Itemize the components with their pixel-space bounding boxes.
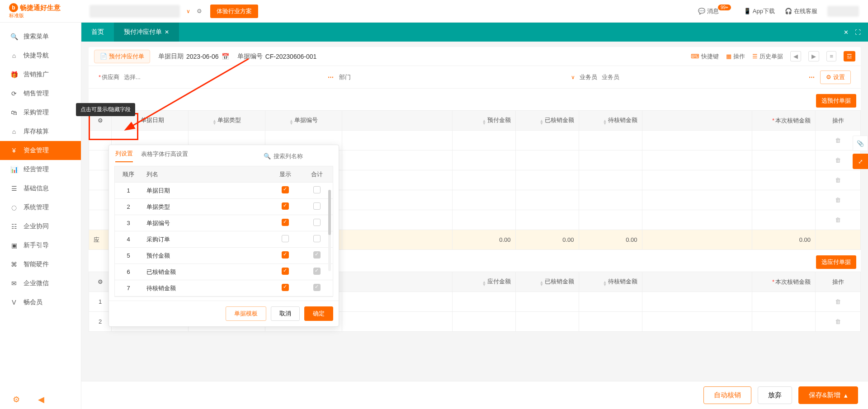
trash-icon[interactable]: 🗑 [835,298,841,305]
popup-tab-columns[interactable]: 列设置 [115,150,133,162]
sidebar-collapse-icon[interactable]: ◀ [38,395,44,404]
sidebar-item[interactable]: 🛍采购管理 [0,103,81,122]
experience-button[interactable]: 体验行业方案 [210,5,258,18]
org-selector-blurred[interactable] [90,5,180,18]
popup-tab-font[interactable]: 表格字体行高设置 [141,150,188,162]
show-checkbox[interactable] [282,186,289,193]
tab-current[interactable]: 预付冲应付单✕ [114,23,179,42]
sidebar-item[interactable]: V畅会员 [0,293,81,312]
save-new-button[interactable]: 保存&新增▴ [798,386,858,404]
trash-icon[interactable]: 🗑 [835,197,841,203]
popup-column-row[interactable]: 3单据编号 [115,215,333,231]
user-avatar-blurred[interactable] [827,6,859,17]
tab-home[interactable]: 首页 [81,23,114,42]
sum-checkbox[interactable] [313,186,321,193]
operate-link[interactable]: ▦操作 [726,52,745,61]
popup-search[interactable]: 🔍 [264,153,332,160]
doc-type-tab[interactable]: 📄预付冲应付单 [94,50,150,63]
salesperson-input[interactable] [602,74,804,80]
sum-checkbox[interactable] [313,235,321,242]
trash-icon[interactable]: 🗑 [835,177,841,183]
supplier-more-icon[interactable]: ⋯ [328,74,335,80]
show-checkbox[interactable] [282,268,289,275]
sidebar-item[interactable]: ▣新手引导 [0,236,81,255]
history-prev-icon[interactable]: ◀ [790,51,801,61]
show-checkbox[interactable] [282,284,289,291]
sidebar-item[interactable]: 📊经营管理 [0,160,81,179]
header-right: 💬消息99+ 📱App下载 🎧在线客服 [698,6,859,17]
tab-close-icon[interactable]: ✕ [165,29,169,35]
layout1-icon[interactable]: ≡ [826,51,836,61]
show-checkbox[interactable] [282,202,289,210]
popup-column-row[interactable]: 7待核销金额 [115,280,333,296]
popup-scrollbar[interactable] [328,190,331,271]
tooltip: 点击可显示/隐藏字段 [76,103,135,116]
doc-date-field[interactable]: 单据日期2023-06-06📅 [158,52,229,61]
sidebar-item[interactable]: ☷企业协同 [0,217,81,236]
show-checkbox[interactable] [282,219,289,226]
show-checkbox[interactable] [282,251,289,259]
show-checkbox[interactable] [282,235,289,242]
sidebar-item[interactable]: ◌系统管理 [0,198,81,217]
sum-checkbox[interactable] [313,219,321,226]
popup-column-row[interactable]: 5预付金额 [115,248,333,264]
popup-template-button[interactable]: 单据模板 [226,306,266,321]
auto-verify-button[interactable]: 自动核销 [703,386,751,404]
sidebar-settings-icon[interactable]: ⚙ [13,395,20,404]
popup-column-row[interactable]: 1单据日期 [115,183,333,199]
attachment-widget-icon[interactable]: 📎 [853,136,868,151]
org-caret-icon[interactable]: ∨ [186,8,190,14]
trash-icon[interactable]: 🗑 [835,157,841,164]
dept-field[interactable]: 部门 ∨ [339,73,575,81]
app-download-link[interactable]: 📱App下载 [744,7,775,15]
shortcut-link[interactable]: ⌨快捷键 [691,52,719,61]
expand-widget-icon[interactable]: ⤢ [853,154,868,169]
popup-column-row[interactable]: 2单据类型 [115,199,333,215]
popup-column-row[interactable]: 6已核销金额 [115,264,333,280]
logo-area: b畅捷通好生意 标准版 [9,3,81,19]
sidebar-item-label: 系统管理 [24,203,49,212]
history-next-icon[interactable]: ▶ [808,51,819,61]
calendar-icon[interactable]: 📅 [222,53,229,60]
sidebar-item[interactable]: ⌂库存核算 [0,122,81,141]
tabs-close-all-icon[interactable]: ✕ [842,27,850,38]
trash-icon[interactable]: 🗑 [835,318,841,325]
tabs-fullscreen-icon[interactable]: ⛶ [853,27,863,38]
messages-link[interactable]: 💬消息99+ [698,7,734,15]
dept-dropdown-icon[interactable]: ∨ [571,74,575,80]
dept-input[interactable] [355,74,566,80]
select-prepay-button[interactable]: 选预付单据 [816,94,856,108]
popup-column-row[interactable]: 4采购订单 [115,231,333,248]
trash-icon[interactable]: 🗑 [835,216,841,223]
trash-icon[interactable]: 🗑 [835,137,841,144]
salesperson-more-icon[interactable]: ⋯ [809,74,816,80]
online-service-link[interactable]: 🎧在线客服 [785,7,817,15]
popup-ok-button[interactable]: 确定 [304,306,333,321]
sum-checkbox[interactable] [313,202,321,210]
sidebar-item[interactable]: ⟳销售管理 [0,84,81,103]
sidebar-item[interactable]: ⌂快捷导航 [0,46,81,65]
sidebar-item-icon: ⌘ [10,260,18,268]
select-payable-button[interactable]: 选应付单据 [816,255,856,269]
sidebar-item[interactable]: ¥资金管理 [0,141,81,160]
messages-badge: 99+ [718,5,731,10]
sidebar-item[interactable]: 🎁营销推广 [0,65,81,84]
salesperson-field[interactable]: 业务员 ⋯ [580,73,816,81]
popup-search-input[interactable] [274,153,332,160]
col-prepay: ▲▼预付金额 [452,111,515,131]
doc-number-field: 单据编号CF-20230606-001 [237,52,317,61]
supplier-field[interactable]: *供应商 ⋯ [99,73,335,81]
form-settings-button[interactable]: ⚙设置 [820,71,851,84]
supplier-input[interactable] [124,74,323,80]
sidebar-item[interactable]: 🔍搜索菜单 [0,27,81,46]
history-link[interactable]: ☰历史单据 [752,52,783,61]
popup-cancel-button[interactable]: 取消 [271,306,300,321]
layout2-icon[interactable]: ☲ [844,51,855,61]
header-gear-icon[interactable]: ⚙ [197,8,202,14]
sidebar-item[interactable]: ⌘智能硬件 [0,255,81,274]
discard-button[interactable]: 放弃 [758,386,792,404]
column-settings-trigger-2[interactable]: ⚙ [89,272,112,292]
sidebar-item[interactable]: ✉企业微信 [0,274,81,293]
sidebar-item-icon: ☷ [10,222,18,230]
sidebar-item[interactable]: ☰基础信息 [0,179,81,198]
